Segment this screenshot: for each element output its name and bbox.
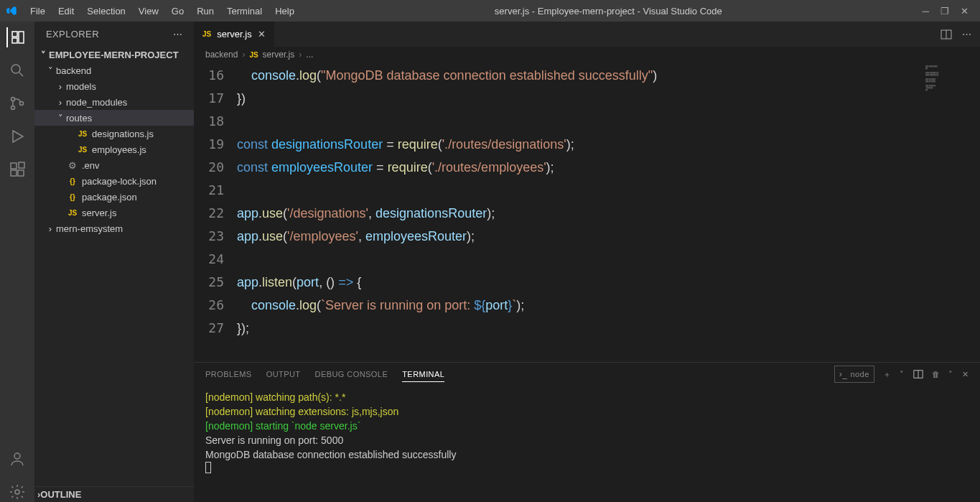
sidebar: EXPLORER ⋯ ˅ EMPLOYEE-MERN-PROJECT ˅back… <box>34 22 194 502</box>
terminal-output[interactable]: [nodemon] watching path(s): *.* [nodemon… <box>194 386 980 502</box>
svg-rect-7 <box>19 162 24 168</box>
svg-point-9 <box>15 490 19 494</box>
menu-file[interactable]: File <box>24 3 51 19</box>
crumb[interactable]: server.js <box>263 50 295 60</box>
svg-rect-5 <box>11 170 17 176</box>
maximize-icon[interactable]: ❐ <box>941 6 949 17</box>
js-file-icon: JS <box>202 30 211 38</box>
menu-go[interactable]: Go <box>166 3 190 19</box>
menu-bar: FileEditSelectionViewGoRunTerminalHelp <box>24 3 300 19</box>
tree-label: node_modules <box>66 97 127 108</box>
tree-item[interactable]: ›mern-emsystem <box>34 220 194 236</box>
activity-bar <box>0 22 34 502</box>
svg-rect-6 <box>18 170 24 176</box>
kill-terminal-icon[interactable]: 🗑 <box>932 367 940 381</box>
tab-server-js[interactable]: JS server.js ✕ <box>194 22 274 47</box>
file-icon: {} <box>66 177 79 185</box>
more-icon[interactable]: ⋯ <box>173 29 182 39</box>
chevron-right-icon: › <box>55 97 66 108</box>
file-icon: ⚙ <box>66 160 79 171</box>
extensions-icon[interactable] <box>7 159 27 180</box>
tree-item[interactable]: {}package.json <box>34 189 194 205</box>
panel-tab-output[interactable]: OUTPUT <box>266 367 301 381</box>
tree-label: backend <box>56 65 91 76</box>
svg-point-1 <box>11 98 15 101</box>
window-title: server.js - Employee-mern-project - Visu… <box>300 6 917 17</box>
tree-item[interactable]: JSemployees.js <box>34 141 194 157</box>
outline-section[interactable]: › OUTLINE <box>34 486 194 502</box>
chevron-right-icon: › <box>55 81 66 92</box>
chevron-down-icon: ˅ <box>37 50 49 60</box>
explorer-icon[interactable] <box>6 27 27 47</box>
bottom-panel: PROBLEMSOUTPUTDEBUG CONSOLETERMINAL ›_ n… <box>194 362 980 502</box>
tree-label: models <box>66 81 96 92</box>
code-content[interactable]: console.log("MongoDB database connection… <box>237 62 923 362</box>
file-tree: ˅backend›models›node_modules˅routesJSdes… <box>34 62 194 486</box>
crumb[interactable]: ... <box>306 50 313 60</box>
svg-rect-4 <box>11 163 17 169</box>
minimap[interactable]: ███ ████ ██████████ ██████ ██████ ██████… <box>923 62 980 362</box>
breadcrumb[interactable]: backend›JSserver.js›... <box>194 47 980 62</box>
search-icon[interactable] <box>7 60 27 80</box>
tree-label: designations.js <box>92 129 154 139</box>
file-icon: JS <box>76 146 89 154</box>
editor[interactable]: 161718192021222324252627 console.log("Mo… <box>194 62 980 362</box>
line-numbers: 161718192021222324252627 <box>194 62 237 362</box>
more-actions-icon[interactable]: ⋯ <box>962 29 971 40</box>
maximize-panel-icon[interactable]: ˄ <box>948 367 953 382</box>
menu-selection[interactable]: Selection <box>81 3 131 19</box>
minimize-icon[interactable]: ─ <box>923 6 929 17</box>
menu-terminal[interactable]: Terminal <box>221 3 268 19</box>
close-tab-icon[interactable]: ✕ <box>258 29 266 39</box>
crumb[interactable]: backend <box>205 50 238 60</box>
panel-tab-terminal[interactable]: TERMINAL <box>402 367 444 382</box>
settings-gear-icon[interactable] <box>7 482 27 502</box>
tree-label: .env <box>82 160 100 171</box>
tree-label: employees.js <box>92 144 146 155</box>
accounts-icon[interactable] <box>7 449 27 469</box>
panel-tab-problems[interactable]: PROBLEMS <box>205 367 252 381</box>
run-debug-icon[interactable] <box>7 126 27 147</box>
tree-item[interactable]: JSdesignations.js <box>34 126 194 141</box>
split-editor-icon[interactable] <box>941 29 952 40</box>
tree-item[interactable]: ˅backend <box>34 62 194 78</box>
split-terminal-icon[interactable] <box>913 366 923 382</box>
tree-item[interactable]: ›models <box>34 78 194 94</box>
chevron-down-icon: ˅ <box>55 113 66 124</box>
tab-label: server.js <box>217 29 251 39</box>
terminal-type-selector[interactable]: ›_ node <box>834 366 874 383</box>
menu-run[interactable]: Run <box>191 3 220 19</box>
svg-point-3 <box>20 102 24 106</box>
menu-help[interactable]: Help <box>269 3 300 19</box>
svg-point-8 <box>14 453 20 459</box>
svg-point-2 <box>11 106 15 110</box>
close-icon[interactable]: ✕ <box>961 6 969 17</box>
project-name: EMPLOYEE-MERN-PROJECT <box>49 50 179 60</box>
panel-tab-debug-console[interactable]: DEBUG CONSOLE <box>315 367 388 381</box>
new-terminal-icon[interactable]: ＋ <box>883 366 891 383</box>
tree-label: package.json <box>82 192 137 203</box>
tree-label: mern-emsystem <box>56 223 123 234</box>
tree-item[interactable]: ⚙.env <box>34 157 194 173</box>
menu-view[interactable]: View <box>133 3 164 19</box>
file-icon: JS <box>66 209 79 217</box>
terminal-dropdown-icon[interactable]: ˅ <box>900 367 904 382</box>
chevron-down-icon: ˅ <box>45 65 56 76</box>
source-control-icon[interactable] <box>7 93 27 113</box>
explorer-label: EXPLORER <box>46 29 99 39</box>
js-file-icon: JS <box>249 51 258 59</box>
tree-item[interactable]: ›node_modules <box>34 94 194 110</box>
menu-edit[interactable]: Edit <box>52 3 80 19</box>
tree-item[interactable]: {}package-lock.json <box>34 173 194 189</box>
tree-label: server.js <box>82 208 116 218</box>
svg-point-0 <box>11 65 20 73</box>
tree-item[interactable]: JSserver.js <box>34 205 194 220</box>
close-panel-icon[interactable]: ✕ <box>962 367 969 382</box>
chevron-right-icon: › <box>45 223 56 234</box>
chevron-right-icon: › <box>299 50 302 60</box>
tree-label: routes <box>66 113 92 124</box>
title-bar: FileEditSelectionViewGoRunTerminalHelp s… <box>0 0 980 22</box>
project-section[interactable]: ˅ EMPLOYEE-MERN-PROJECT <box>34 47 194 62</box>
panel-tabs: PROBLEMSOUTPUTDEBUG CONSOLETERMINAL ›_ n… <box>194 363 980 386</box>
tree-item[interactable]: ˅routes <box>34 110 194 126</box>
